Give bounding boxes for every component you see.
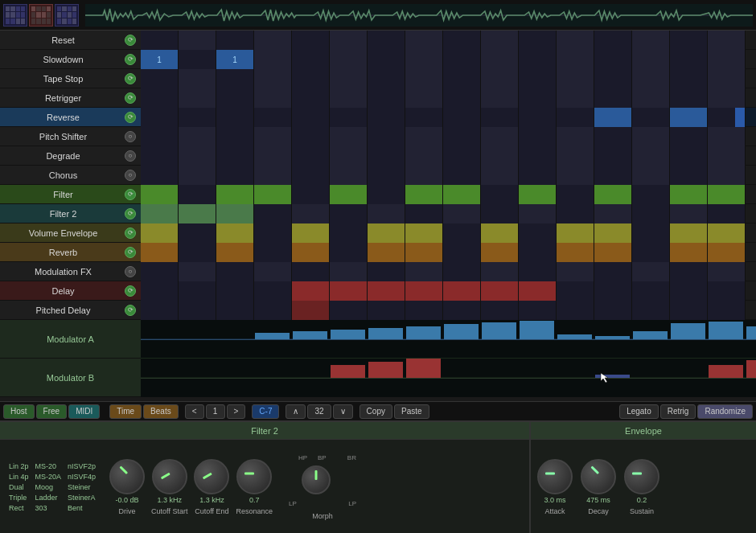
seq-cell[interactable] [557,204,594,223]
seq-cell[interactable] [557,243,594,262]
seq-cell[interactable] [632,262,670,281]
seq-cell[interactable] [519,88,557,108]
seq-cell[interactable] [179,31,216,50]
seq-cell[interactable] [632,301,670,320]
filter-rect[interactable]: Rect [6,503,31,513]
seq-cell[interactable] [594,204,632,223]
seq-cell[interactable] [594,262,632,281]
seq-cell[interactable] [405,31,443,50]
seq-cell[interactable] [594,108,632,127]
seq-cell[interactable] [254,204,292,223]
morph-knob[interactable] [302,465,331,494]
seq-cell[interactable] [216,223,254,243]
seq-cell[interactable] [292,146,330,166]
seq-cell[interactable] [670,127,708,146]
filter-nisvf2p[interactable]: nISVF2p [65,461,98,471]
seq-cell[interactable] [330,262,368,281]
seq-cell[interactable] [519,127,557,146]
seq-cell[interactable] [141,166,179,185]
seq-cell[interactable] [292,108,330,127]
seq-cell[interactable] [405,301,443,320]
seq-cell[interactable] [330,301,368,320]
seq-cell[interactable] [141,301,179,320]
seq-cell[interactable] [594,281,632,301]
beats-button[interactable]: Beats [143,404,179,419]
paste-button[interactable]: Paste [394,404,429,419]
seq-cell[interactable] [368,31,405,50]
seq-cell[interactable] [481,88,519,108]
host-button[interactable]: Host [3,404,35,419]
seq-cell[interactable] [179,243,216,262]
seq-cell[interactable] [632,88,670,108]
step-value-btn[interactable]: 1 [206,404,225,419]
seq-cell[interactable] [481,127,519,146]
seq-cell[interactable] [405,262,443,281]
volenv-power-btn[interactable]: ⟳ [125,228,136,239]
seq-cell[interactable] [632,243,670,262]
filter-lin2p[interactable]: Lin 2p [6,461,31,471]
decay-knob[interactable] [581,459,616,494]
reverse-power-btn[interactable]: ⟳ [125,112,136,123]
seq-cell[interactable] [708,301,746,320]
cutoff-end-knob[interactable] [194,459,229,494]
seq-cell[interactable] [632,31,670,50]
seq-cell[interactable] [443,146,481,166]
seq-cell[interactable] [557,146,594,166]
up-button[interactable]: ∧ [286,404,306,419]
seq-cell[interactable] [141,262,179,281]
randomize-button[interactable]: Randomize [697,404,753,419]
seq-cell[interactable] [481,243,519,262]
count-value-btn[interactable]: 32 [307,404,331,419]
filter-303[interactable]: 303 [33,503,64,513]
seq-cell[interactable] [708,223,746,243]
filter-lin4p[interactable]: Lin 4p [6,472,31,482]
seq-cell[interactable] [254,301,292,320]
seq-cell[interactable] [330,88,368,108]
seq-cell[interactable] [216,146,254,166]
seq-cell[interactable] [594,301,632,320]
seq-cell[interactable] [557,281,594,301]
seq-cell[interactable] [670,88,708,108]
filter-bent[interactable]: Bent [65,503,98,513]
seq-cell[interactable] [443,301,481,320]
seq-cell[interactable] [594,223,632,243]
seq-cell[interactable] [443,166,481,185]
filter-ms20[interactable]: MS-20 [33,461,64,471]
seq-cell[interactable] [594,50,632,69]
midi-button[interactable]: MIDI [68,404,100,419]
seq-cell[interactable] [519,223,557,243]
seq-cell[interactable] [254,146,292,166]
seq-cell[interactable] [216,88,254,108]
seq-cell[interactable] [141,204,179,223]
seq-cell[interactable] [368,127,405,146]
seq-cell[interactable] [254,69,292,88]
seq-cell[interactable] [330,146,368,166]
seq-cell[interactable] [519,204,557,223]
seq-cell[interactable] [254,281,292,301]
next-button[interactable]: > [227,404,246,419]
seq-cell[interactable] [254,166,292,185]
seq-cell[interactable] [330,243,368,262]
seq-cell[interactable] [292,243,330,262]
seq-cell[interactable] [670,223,708,243]
seq-cell[interactable] [519,50,557,69]
seq-cell[interactable] [368,281,405,301]
seq-cell[interactable] [557,108,594,127]
seq-cell[interactable] [292,69,330,88]
seq-cell[interactable] [405,146,443,166]
seq-cell[interactable] [557,185,594,204]
seq-cell[interactable] [519,166,557,185]
seq-cell[interactable] [594,127,632,146]
seq-cell[interactable] [330,223,368,243]
seq-cell[interactable] [594,146,632,166]
tapestop-power-btn[interactable]: ⟳ [125,73,136,84]
seq-cell[interactable] [594,243,632,262]
seq-cell[interactable] [481,166,519,185]
seq-cell[interactable] [443,31,481,50]
seq-cell[interactable] [141,223,179,243]
drive-knob[interactable] [109,459,145,494]
seq-cell[interactable] [481,69,519,88]
seq-cell[interactable] [179,127,216,146]
seq-cell[interactable] [632,69,670,88]
seq-cell[interactable] [557,88,594,108]
